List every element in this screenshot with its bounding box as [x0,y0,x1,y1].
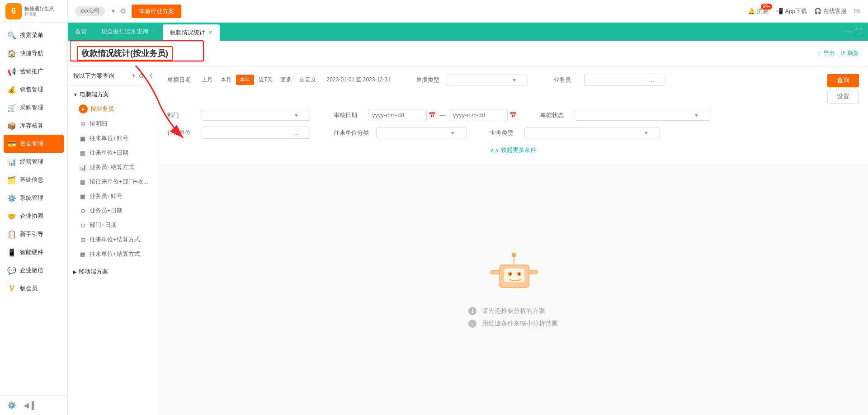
date-tab-last-7-days[interactable]: 近7天 [255,75,276,85]
date-label: 单据日期 [167,76,194,84]
svg-point-9 [512,253,516,257]
sidebar-item-marketing[interactable]: 📢 营销推广 [0,62,67,80]
date-tab-last-month[interactable]: 上月 [198,75,216,85]
export-button[interactable]: ↑ 导出 [819,49,835,57]
tab-home[interactable]: 首页 [68,23,94,41]
sidebar-item-fund[interactable]: 💳 资金管理 [4,135,64,153]
audit-date-start[interactable] [368,109,427,121]
sidebar-item-purchase[interactable]: 🛒 采购管理 [0,99,67,117]
scheme-group-header-desktop[interactable]: ▼ 电脑端方案 [68,88,158,101]
sidebar-item-sales[interactable]: 💰 销售管理 [0,80,67,99]
sidebar-item-label: 企业协同 [20,212,43,220]
add-scheme-icon[interactable]: + [132,72,136,80]
salesperson-select[interactable]: ... [584,74,665,86]
scheme-item-by-detail[interactable]: ⊞ 按明细 [68,117,158,131]
partner-category-select[interactable]: ▼ [376,127,467,138]
step2-text: 用过滤条件来缩小分析范围 [482,320,558,327]
svg-rect-7 [529,270,538,274]
topbar: xxx公司 ▼ ⚙ 体验行业方案 🔔 消息 99+ 📲 App下载 🎧 在线客服… [68,0,868,23]
audit-date-end[interactable] [449,109,508,121]
partner-select[interactable]: ... [202,127,310,139]
page-header: 收款情况统计(按业务员) ↑ 导出 ↺ 刷新 [68,41,868,66]
sidebar-item-guide[interactable]: 📋 新手引导 [0,225,67,243]
chevron-down-icon[interactable]: ▼ [110,8,116,14]
calendar-end-icon[interactable]: 📅 [509,112,517,118]
table-icon: ▦ [79,134,87,142]
topbar-gear-icon[interactable]: ⚙ [120,7,126,15]
sidebar: 6 畅捷通好生意 标准版 🔍 搜索菜单 🏠 快捷导航 📢 营销推广 💰 销售管理… [0,0,68,415]
doc-type-select[interactable]: ▼ [447,75,528,85]
card-icon: 💳 [7,139,16,148]
scheme-item-partner-dept-recv[interactable]: ▦ 按往来单位+部门+收... [68,174,158,189]
folder-icon: 🗂️ [7,175,16,184]
tab-bank[interactable]: 现金银行流水查询 ✕ [94,23,163,41]
breadcrumb: xxx公司 [75,6,105,16]
clock2-icon: ⊙ [79,221,87,229]
sidebar-item-operation[interactable]: 📊 经营管理 [0,153,67,171]
audit-date-label: 审核日期 [334,111,361,119]
scheme-item-salesperson-date[interactable]: ⊙ 业务员+日期 [68,203,158,218]
date-tab-more[interactable]: 更多 [277,75,295,85]
scheme-item-partner-date[interactable]: ▦ 往来单位+日期 [68,146,158,160]
dept-select[interactable]: ▼ [202,110,310,121]
scheme-item-salesperson-settlement[interactable]: 📊 业务员+结算方式 [68,160,158,174]
collapse-label: 收起更多条件 [501,146,536,154]
sidebar-item-system[interactable]: ⚙️ 系统管理 [0,189,67,207]
scheme-item-salesperson-account[interactable]: ▦ 业务员+账号 [68,189,158,203]
tab-receipt[interactable]: 收款情况统计 ✕ [163,24,220,41]
minimize-icon[interactable]: — [844,28,852,36]
biz-type-select[interactable]: ▼ [524,127,660,138]
date-tab-custom[interactable]: 自定义 [296,75,320,85]
scheme-item-partner-settlement2[interactable]: ▦ 往来单位+结算方式 [68,247,158,261]
collapse-scheme-icon[interactable]: 《 [147,72,152,80]
scheme-item-dept-date[interactable]: ⊙ 部门+日期 [68,218,158,232]
tab-receipt-close-icon[interactable]: ✕ [208,29,212,36]
bell-icon: 🔔 [748,8,755,14]
sidebar-item-vip[interactable]: V 畅会员 [0,279,67,297]
sidebar-item-search[interactable]: 🔍 搜索菜单 [0,26,67,44]
scheme-item-partner-settlement1[interactable]: ⊞ 往来单位+结算方式 [68,232,158,247]
scheme-item-label: 按明细 [90,120,107,128]
scheme-group-header-mobile[interactable]: ▶ 移动端方案 [68,265,158,278]
query-button[interactable]: 查询 [827,74,859,87]
sidebar-item-label: 系统管理 [20,194,43,202]
date-tab-this-year[interactable]: 本年 [236,75,254,85]
collapse-more-conditions[interactable]: ∧∧ 收起更多条件 [167,142,859,158]
online-service-button[interactable]: 🎧 在线客服 [814,7,847,15]
salesperson-dots-icon[interactable]: ... [649,76,654,83]
search-icon: 🔍 [7,31,16,40]
scheme-item-by-salesperson[interactable]: ▶ 按业务员 [68,101,158,117]
calendar-start-icon[interactable]: 📅 [429,112,436,118]
message-badge: 99+ [761,4,772,9]
messages-button[interactable]: 🔔 消息 99+ [748,7,769,15]
scheme-item-partner-account[interactable]: ▦ 往来单位+账号 [68,131,158,146]
sidebar-item-company[interactable]: 🤝 企业协同 [0,207,67,225]
money-icon: 💰 [7,85,16,94]
app-download-button[interactable]: 📲 App下载 [776,7,807,15]
settings-bottom-icon[interactable]: ⚙️ [7,401,16,410]
scheme-header-actions: + ⚙ 《 [132,72,152,80]
sidebar-item-basic[interactable]: 🗂️ 基础信息 [0,171,67,189]
sidebar-item-inventory[interactable]: 📦 库存核算 [0,117,67,135]
sidebar-item-label: 智能硬件 [20,248,43,256]
page-title: 收款情况统计(按业务员) [77,46,173,61]
tabbar-actions: — ⛶ [844,28,868,36]
refresh-button[interactable]: ↺ 刷新 [840,49,859,57]
user-name[interactable]: Rit [854,8,861,14]
solution-button[interactable]: 体验行业方案 [132,5,181,18]
collapse-sidebar-icon[interactable]: ◀▐ [24,401,34,410]
sidebar-item-hardware[interactable]: 📱 智能硬件 [0,243,67,261]
date-tab-this-month[interactable]: 本月 [217,75,235,85]
sidebar-item-label: 采购管理 [20,104,43,112]
hardware-icon: 📱 [7,248,16,257]
partner-dots-icon[interactable]: ... [294,129,299,136]
sidebar-item-wechat[interactable]: 💬 企业微信 [0,261,67,279]
maximize-icon[interactable]: ⛶ [855,28,863,36]
tab-bank-close-icon[interactable]: ✕ [151,28,156,35]
scheme-settings-icon[interactable]: ⚙ [138,72,144,80]
doc-status-select[interactable]: ▼ [575,110,710,121]
sidebar-item-quick-nav[interactable]: 🏠 快捷导航 [0,44,67,62]
settings-button[interactable]: 设置 [827,90,859,104]
group-arrow-icon: ▼ [73,92,78,97]
app-logo-icon: 6 [5,3,22,19]
